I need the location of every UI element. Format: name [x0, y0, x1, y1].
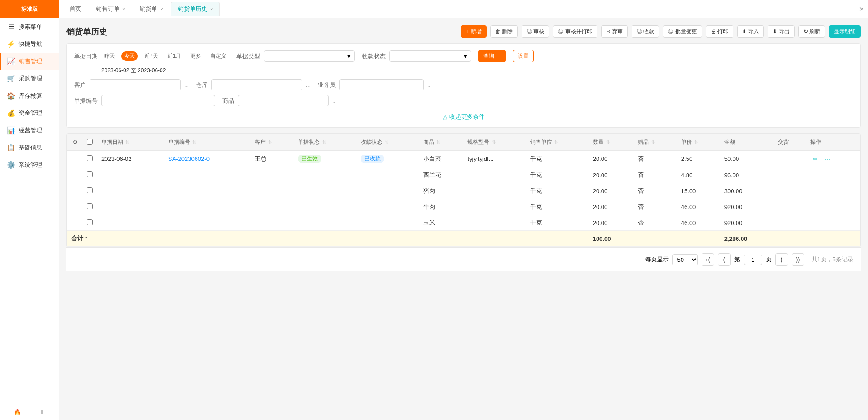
edit-btn[interactable]: ✏: [810, 155, 820, 163]
audit-print-button[interactable]: ◎ 审核并打印: [553, 25, 597, 38]
cell-gift: 否: [634, 167, 677, 183]
abandon-button[interactable]: ⊙ 弃审: [601, 25, 628, 38]
select-all-checkbox[interactable]: [87, 139, 93, 145]
sidebar-item-finance-mgmt[interactable]: 💰 资金管理: [0, 105, 59, 122]
col-spec[interactable]: 规格型号 ⇅: [464, 134, 527, 151]
close-window-btn[interactable]: ✕: [859, 5, 864, 13]
show-detail-button[interactable]: 显示明细: [829, 25, 861, 38]
collect-button[interactable]: ◎ 收款: [632, 25, 659, 38]
cell-spec: tyjyjtyjdf...: [464, 151, 527, 167]
filter-more-label: 收起更多条件: [449, 113, 485, 121]
sidebar-item-quick-nav[interactable]: ⚡ 快捷导航: [0, 35, 59, 53]
cell-checkbox[interactable]: [83, 183, 98, 199]
cell-doc-status: 已生效: [294, 151, 357, 167]
shortcut-more[interactable]: 更多: [187, 51, 204, 61]
batch-change-button[interactable]: ◎ 批量变更: [663, 25, 702, 38]
import-button[interactable]: ⬆ 导入: [737, 25, 764, 38]
shortcut-1month[interactable]: 近1月: [165, 51, 184, 61]
new-button[interactable]: + 新增: [461, 25, 486, 38]
tab-sales-history-close[interactable]: ×: [210, 6, 213, 12]
print-button[interactable]: 🖨 打印: [706, 25, 733, 38]
tab-sales-delivery-close[interactable]: ×: [160, 6, 163, 12]
cell-actions: [807, 215, 860, 231]
delete-button[interactable]: 🗑 删除: [490, 25, 518, 38]
customer-ellipsis[interactable]: ...: [184, 82, 189, 88]
col-doc-date[interactable]: 单据日期 ⇅: [98, 134, 165, 151]
cell-transaction: [774, 167, 807, 183]
col-transaction: 交货: [774, 134, 807, 151]
col-gift[interactable]: 赠品 ⇅: [634, 134, 677, 151]
goods-input[interactable]: [238, 95, 329, 106]
tab-sales-order[interactable]: 销售订单 ×: [89, 2, 132, 16]
row-checkbox[interactable]: [87, 203, 93, 209]
sidebar-item-search-menu[interactable]: ☰ 搜索菜单: [0, 18, 59, 35]
col-collect-status[interactable]: 收款状态 ⇅: [357, 134, 420, 151]
cell-unit: 千克: [527, 183, 589, 199]
filter-more-btn[interactable]: △ 收起更多条件: [74, 111, 853, 121]
shortcut-yesterday[interactable]: 昨天: [101, 51, 118, 61]
goods-ellipsis[interactable]: ...: [332, 98, 337, 104]
row-checkbox[interactable]: [87, 187, 93, 193]
shortcut-today[interactable]: 今天: [121, 51, 138, 61]
cell-unit: 千克: [527, 151, 589, 167]
next-page-btn[interactable]: ⟩: [775, 253, 788, 266]
tab-home[interactable]: 首页: [63, 2, 88, 16]
sidebar-item-inventory[interactable]: 🏠 库存核算: [0, 87, 59, 105]
collect-status-select[interactable]: ▾: [389, 50, 471, 62]
cell-checkbox[interactable]: [83, 199, 98, 215]
more-btn[interactable]: ⋯: [822, 155, 833, 163]
export-button[interactable]: ⬇ 导出: [768, 25, 794, 38]
refresh-button[interactable]: ↻ 刷新: [798, 25, 825, 38]
settings-button[interactable]: 设置: [513, 50, 534, 62]
row-checkbox[interactable]: [87, 171, 93, 177]
customer-input[interactable]: [90, 79, 181, 90]
cell-doc-no: [165, 167, 251, 183]
col-unit[interactable]: 销售单位 ⇅: [527, 134, 589, 151]
pause-icon[interactable]: ⏸: [39, 409, 45, 415]
cell-checkbox[interactable]: [83, 215, 98, 231]
shortcut-custom[interactable]: 自定义: [207, 51, 229, 61]
warehouse-input[interactable]: [211, 79, 302, 90]
fire-icon[interactable]: 🔥: [14, 409, 21, 415]
summary-qty: 100.00: [589, 231, 634, 247]
cell-actions: [807, 183, 860, 199]
cell-checkbox[interactable]: [83, 151, 98, 167]
salesperson-ellipsis[interactable]: ...: [427, 82, 432, 88]
query-button[interactable]: 查询: [478, 50, 506, 62]
page-number-input[interactable]: [744, 255, 762, 265]
shortcut-7days[interactable]: 近7天: [141, 51, 161, 61]
docno-input[interactable]: [101, 95, 215, 106]
per-page-select[interactable]: 50 100 200: [672, 254, 698, 265]
col-doc-status[interactable]: 单据状态 ⇅: [294, 134, 357, 151]
tab-sales-delivery[interactable]: 销货单 ×: [133, 2, 170, 16]
sidebar-item-sales-mgmt[interactable]: 📈 销售管理: [0, 53, 59, 70]
tab-sales-history-label: 销货单历史: [178, 5, 207, 13]
tab-sales-history[interactable]: 销货单历史 ×: [171, 2, 220, 16]
cell-unit-price: 46.00: [677, 199, 721, 215]
cell-amount: 300.00: [721, 183, 775, 199]
first-page-btn[interactable]: ⟨⟨: [702, 253, 714, 266]
col-customer[interactable]: 客户 ⇅: [251, 134, 294, 151]
col-goods[interactable]: 商品 ⇅: [420, 134, 464, 151]
col-checkbox[interactable]: [83, 134, 98, 151]
prev-page-btn[interactable]: ⟨: [718, 253, 731, 266]
col-qty[interactable]: 数量 ⇅: [589, 134, 634, 151]
sidebar-item-sys-mgmt[interactable]: ⚙️ 系统管理: [0, 156, 59, 174]
col-doc-no[interactable]: 单据编号 ⇅: [165, 134, 251, 151]
row-checkbox[interactable]: [87, 155, 93, 161]
tab-sales-order-close[interactable]: ×: [122, 6, 125, 12]
row-checkbox[interactable]: [87, 219, 93, 225]
last-page-btn[interactable]: ⟩⟩: [792, 253, 804, 266]
cell-checkbox[interactable]: [83, 167, 98, 183]
cell-amount: 920.00: [721, 215, 775, 231]
col-settings[interactable]: ⚙: [67, 134, 83, 151]
salesperson-input[interactable]: [339, 79, 424, 90]
sidebar-item-label: 销售管理: [19, 57, 42, 65]
sidebar-item-basic-info[interactable]: 📋 基础信息: [0, 139, 59, 156]
audit-button[interactable]: ◎ 审核: [522, 25, 549, 38]
sidebar-item-ops-mgmt[interactable]: 📊 经营管理: [0, 122, 59, 139]
sidebar-item-purchase-mgmt[interactable]: 🛒 采购管理: [0, 70, 59, 87]
warehouse-ellipsis[interactable]: ...: [306, 82, 311, 88]
col-unit-price[interactable]: 单价 ⇅: [677, 134, 721, 151]
doctype-select[interactable]: ▾: [264, 50, 355, 62]
